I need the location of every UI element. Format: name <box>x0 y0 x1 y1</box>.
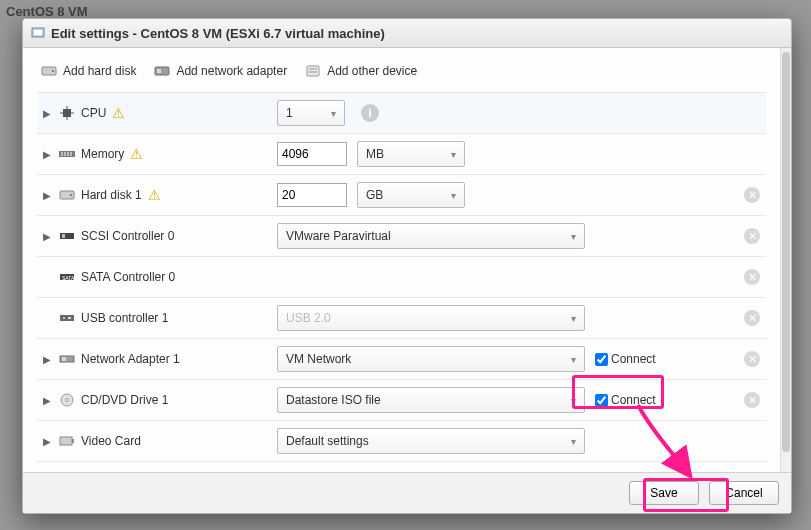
save-button[interactable]: Save <box>629 481 699 505</box>
scsi-label: SCSI Controller 0 <box>81 229 174 243</box>
usb-icon <box>59 311 75 325</box>
row-cpu: ▶ CPU ⚠ 1 ▾ i <box>37 93 766 134</box>
chevron-down-icon: ▾ <box>571 313 576 324</box>
nic-network-value: VM Network <box>286 352 351 366</box>
edit-settings-dialog: Edit settings - CentOS 8 VM (ESXi 6.7 vi… <box>22 18 792 514</box>
hard-disk-icon <box>41 64 57 78</box>
add-network-adapter-button[interactable]: Add network adapter <box>154 64 287 78</box>
cddvd-source-value: Datastore ISO file <box>286 393 381 407</box>
dialog-title: Edit settings - CentOS 8 VM (ESXi 6.7 vi… <box>51 26 385 41</box>
svg-rect-6 <box>307 66 319 76</box>
row-video-card: ▶ Video Card Default settings ▾ <box>37 421 766 462</box>
memory-unit-dropdown[interactable]: MB ▾ <box>357 141 465 167</box>
cddvd-connect-label: Connect <box>611 393 656 407</box>
expander-icon[interactable]: ▶ <box>43 354 53 365</box>
row-memory: ▶ Memory ⚠ MB ▾ <box>37 134 766 175</box>
memory-label: Memory <box>81 147 124 161</box>
hard-disk-size-input[interactable] <box>277 183 347 207</box>
hard-disk-unit-value: GB <box>366 188 383 202</box>
other-device-icon <box>305 64 321 78</box>
nic-label: Network Adapter 1 <box>81 352 180 366</box>
remove-device-button[interactable]: ✕ <box>744 310 760 326</box>
row-cddvd-drive: ▶ CD/DVD Drive 1 Datastore ISO file ▾ <box>37 380 766 421</box>
expander-icon[interactable]: ▶ <box>43 149 53 160</box>
row-scsi-controller: ▶ SCSI Controller 0 VMware Paravirtual ▾… <box>37 216 766 257</box>
video-settings-dropdown[interactable]: Default settings ▾ <box>277 428 585 454</box>
row-sata-controller: ▶ SATA SATA Controller 0 ✕ <box>37 257 766 298</box>
usb-type-value: USB 2.0 <box>286 311 331 325</box>
nic-connect-input[interactable] <box>595 353 608 366</box>
cancel-button[interactable]: Cancel <box>709 481 779 505</box>
svg-text:SATA: SATA <box>62 275 75 281</box>
svg-point-31 <box>66 399 69 402</box>
nic-connect-checkbox[interactable]: Connect <box>595 352 656 366</box>
chevron-down-icon: ▾ <box>571 354 576 365</box>
remove-device-button[interactable]: ✕ <box>744 269 760 285</box>
remove-device-button[interactable]: ✕ <box>744 351 760 367</box>
scsi-icon <box>59 229 75 243</box>
add-hard-disk-label: Add hard disk <box>63 64 136 78</box>
cddvd-connect-input[interactable] <box>595 394 608 407</box>
svg-rect-22 <box>62 234 65 238</box>
scsi-type-dropdown[interactable]: VMware Paravirtual ▾ <box>277 223 585 249</box>
chevron-down-icon: ▾ <box>571 436 576 447</box>
info-icon[interactable]: i <box>361 104 379 122</box>
svg-rect-16 <box>64 152 66 156</box>
video-settings-value: Default settings <box>286 434 369 448</box>
nic-network-dropdown[interactable]: VM Network ▾ <box>277 346 585 372</box>
expander-icon[interactable]: ▶ <box>43 395 53 406</box>
disc-icon <box>59 393 75 407</box>
svg-rect-32 <box>60 437 72 445</box>
dialog-titlebar: Edit settings - CentOS 8 VM (ESXi 6.7 vi… <box>23 19 791 48</box>
expander-icon[interactable]: ▶ <box>43 436 53 447</box>
add-network-adapter-label: Add network adapter <box>176 64 287 78</box>
add-other-device-button[interactable]: Add other device <box>305 64 417 78</box>
video-label: Video Card <box>81 434 141 448</box>
chevron-down-icon: ▾ <box>571 231 576 242</box>
usb-label: USB controller 1 <box>81 311 168 325</box>
svg-point-20 <box>70 194 72 196</box>
scrollbar-thumb[interactable] <box>782 52 790 452</box>
usb-type-dropdown: USB 2.0 ▾ <box>277 305 585 331</box>
remove-device-button[interactable]: ✕ <box>744 228 760 244</box>
chevron-down-icon: ▾ <box>451 190 456 201</box>
cpu-count-dropdown[interactable]: 1 ▾ <box>277 100 345 126</box>
vertical-scrollbar[interactable] <box>780 48 791 472</box>
add-hard-disk-button[interactable]: Add hard disk <box>41 64 136 78</box>
vm-icon <box>31 26 45 40</box>
nic-icon <box>154 64 170 78</box>
svg-point-3 <box>52 70 54 72</box>
warning-icon: ⚠ <box>130 146 143 162</box>
remove-device-button[interactable]: ✕ <box>744 187 760 203</box>
chevron-down-icon: ▾ <box>451 149 456 160</box>
sata-icon: SATA <box>59 270 75 284</box>
nic-connect-label: Connect <box>611 352 656 366</box>
video-card-icon <box>59 434 75 448</box>
svg-rect-5 <box>157 69 161 73</box>
cddvd-label: CD/DVD Drive 1 <box>81 393 168 407</box>
svg-rect-15 <box>61 152 63 156</box>
add-hardware-toolbar: Add hard disk Add network adapter Add ot… <box>37 58 766 92</box>
hard-disk-unit-dropdown[interactable]: GB ▾ <box>357 182 465 208</box>
cpu-icon <box>59 106 75 120</box>
cddvd-source-dropdown[interactable]: Datastore ISO file ▾ <box>277 387 585 413</box>
row-network-adapter: ▶ Network Adapter 1 VM Network ▾ <box>37 339 766 380</box>
add-other-device-label: Add other device <box>327 64 417 78</box>
nic-icon <box>59 352 75 366</box>
hard-disk-icon <box>59 188 75 202</box>
memory-icon <box>59 147 75 161</box>
sata-label: SATA Controller 0 <box>81 270 175 284</box>
expander-icon[interactable]: ▶ <box>43 190 53 201</box>
row-hard-disk: ▶ Hard disk 1 ⚠ GB ▾ ✕ <box>37 175 766 216</box>
memory-input[interactable] <box>277 142 347 166</box>
svg-rect-9 <box>63 109 71 117</box>
svg-rect-33 <box>72 439 74 443</box>
cpu-label: CPU <box>81 106 106 120</box>
svg-rect-29 <box>62 357 66 361</box>
remove-device-button[interactable]: ✕ <box>744 392 760 408</box>
cddvd-connect-checkbox[interactable]: Connect <box>595 393 656 407</box>
warning-icon: ⚠ <box>112 105 125 121</box>
expander-icon[interactable]: ▶ <box>43 108 53 119</box>
warning-icon: ⚠ <box>148 187 161 203</box>
expander-icon[interactable]: ▶ <box>43 231 53 242</box>
